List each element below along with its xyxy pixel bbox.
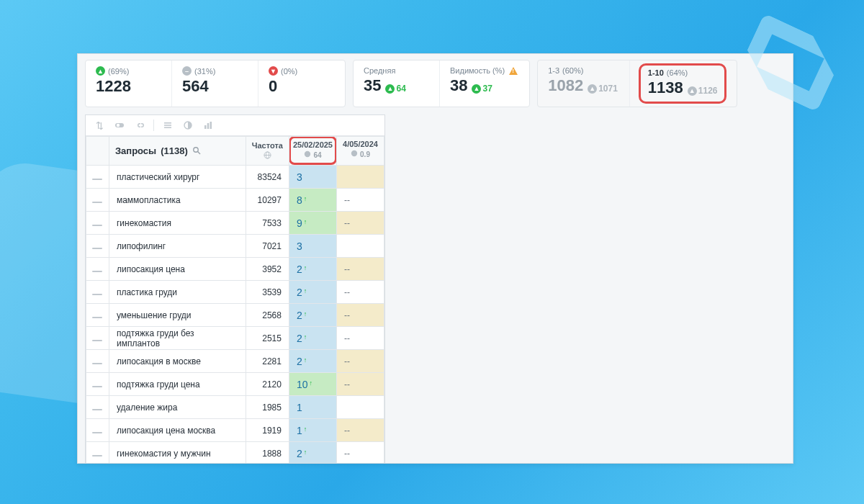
drag-handle[interactable] <box>86 304 109 327</box>
app-panel: ▲ (69%) 1228 – (31%) 564 ▼ (0%) 0 <box>77 53 793 464</box>
col-queries[interactable]: Запросы (1138) <box>109 137 246 166</box>
freq-label: Частота <box>252 141 283 150</box>
table-row[interactable]: гинекомастия75339↑-- <box>86 212 384 235</box>
query-cell[interactable]: маммопластика <box>109 189 246 212</box>
frequency-cell: 1888 <box>246 442 289 464</box>
table-row[interactable]: подтяжка груди цена212010↑-- <box>86 373 384 396</box>
stat-group-ranges: 1-3 (60%) 1082 ▲ 1071 1-10 (64%) <box>537 60 737 107</box>
rank-up-icon: ↑ <box>304 449 307 456</box>
table-row[interactable]: пластический хирург835243 <box>86 166 384 189</box>
arrow-up-icon: ▲ <box>688 86 697 96</box>
drag-handle[interactable] <box>86 442 109 464</box>
query-cell[interactable]: подтяжка груди цена <box>109 373 246 396</box>
rank-up-icon: ↑ <box>304 218 307 225</box>
col-date-previous[interactable]: 4/05/2024 0.9 <box>337 137 384 166</box>
drag-handle[interactable] <box>86 189 109 212</box>
date2-sub: 0.9 <box>360 150 370 158</box>
table-row[interactable]: липосакция цена москва19191↑-- <box>86 419 384 442</box>
prev-rank-cell: -- <box>337 304 384 327</box>
table-row[interactable]: липофилинг70213 <box>86 235 384 258</box>
stat-group-movement: ▲ (69%) 1228 – (31%) 564 ▼ (0%) 0 <box>85 60 346 107</box>
stat-down[interactable]: ▼ (0%) 0 <box>258 60 345 107</box>
stat-same-pct: (31%) <box>194 67 215 76</box>
rank-up-icon: ↑ <box>304 333 307 341</box>
frequency-cell: 10297 <box>246 189 289 212</box>
rank-cell: 8↑ <box>289 189 336 212</box>
drag-handle[interactable] <box>86 373 109 396</box>
frequency-cell: 7533 <box>246 212 289 235</box>
stat-r13-prev: 1071 <box>598 84 618 94</box>
col-handle <box>86 137 109 166</box>
contrast-icon[interactable] <box>181 120 194 131</box>
stat-vis-delta: 37 <box>482 84 492 94</box>
frequency-cell: 1985 <box>246 396 289 419</box>
query-cell[interactable]: удаление жира <box>109 396 246 419</box>
stat-avg[interactable]: Средняя 35 ▲ 64 <box>354 60 440 107</box>
rank-up-icon: ↑ <box>304 310 307 318</box>
frequency-cell: 2120 <box>246 373 289 396</box>
stat-r13-pct: (60%) <box>562 66 583 75</box>
stat-r110-pct: (64%) <box>667 68 688 77</box>
table-row[interactable]: липосакция в москве22812↑-- <box>86 350 384 373</box>
prev-rank-cell: -- <box>337 419 384 442</box>
table-row[interactable]: маммопластика102978↑-- <box>86 189 384 212</box>
rank-up-icon: ↑ <box>304 287 307 294</box>
query-cell[interactable]: гинекомастия <box>109 212 246 235</box>
drag-handle[interactable] <box>86 350 109 373</box>
svg-point-9 <box>194 147 198 151</box>
table-row[interactable]: подтяжка груди без имплантов25152↑-- <box>86 327 384 350</box>
query-cell[interactable]: липосакция цена москва <box>109 419 246 442</box>
frequency-cell: 3952 <box>246 258 289 281</box>
search-icon[interactable] <box>192 146 201 156</box>
query-cell[interactable]: липофилинг <box>109 235 246 258</box>
table-row[interactable]: пластика груди35392↑-- <box>86 281 384 304</box>
col-frequency[interactable]: Частота <box>246 137 289 166</box>
stat-vis-value: 38 <box>450 76 467 95</box>
globe-icon <box>264 152 271 161</box>
col-date-current[interactable]: 25/02/2025 64 <box>289 137 336 166</box>
toggle-icon[interactable] <box>113 120 126 131</box>
stat-up-pct: (69%) <box>108 67 129 76</box>
svg-rect-8 <box>210 122 212 129</box>
drag-handle[interactable] <box>86 212 109 235</box>
highlight-frame: 1-10 (64%) 1138 ▲ 1126 <box>639 63 727 104</box>
query-cell[interactable]: подтяжка груди без имплантов <box>109 327 246 350</box>
globe-icon <box>351 150 358 158</box>
link-icon[interactable] <box>133 120 146 131</box>
stat-avg-label: Средняя <box>364 66 395 75</box>
drag-handle[interactable] <box>86 419 109 442</box>
arrow-down-icon: ▼ <box>269 66 278 76</box>
prev-rank-cell: -- <box>337 281 384 304</box>
stat-down-value: 0 <box>269 77 333 96</box>
query-cell[interactable]: уменьшение груди <box>109 304 246 327</box>
prev-rank-cell <box>337 396 384 419</box>
stat-range-1-10[interactable]: 1-10 (64%) 1138 ▲ 1126 <box>630 60 737 107</box>
drag-handle[interactable] <box>86 327 109 350</box>
stat-visibility[interactable]: Видимость (%) 38 ▲ 37 <box>440 60 529 107</box>
query-cell[interactable]: липосакция в москве <box>109 350 246 373</box>
chart-icon[interactable] <box>202 120 215 131</box>
prev-rank-cell: -- <box>337 212 384 235</box>
query-cell[interactable]: липосакция цена <box>109 258 246 281</box>
arrow-up-icon: ▲ <box>472 84 481 94</box>
svg-rect-7 <box>207 123 210 129</box>
drag-handle[interactable] <box>86 396 109 419</box>
sort-icon[interactable]: ⇅ <box>93 120 106 131</box>
query-cell[interactable]: пластический хирург <box>109 166 246 189</box>
table-row[interactable]: липосакция цена39522↑-- <box>86 258 384 281</box>
rank-up-icon: ↑ <box>304 264 307 271</box>
list-icon[interactable] <box>161 120 174 131</box>
table-row[interactable]: уменьшение груди25682↑-- <box>86 304 384 327</box>
drag-handle[interactable] <box>86 166 109 189</box>
table-row[interactable]: удаление жира19851 <box>86 396 384 419</box>
drag-handle[interactable] <box>86 235 109 258</box>
date2: 4/05/2024 <box>340 140 381 148</box>
stat-range-1-3[interactable]: 1-3 (60%) 1082 ▲ 1071 <box>538 60 630 107</box>
stat-same[interactable]: – (31%) 564 <box>172 60 258 107</box>
query-cell[interactable]: пластика груди <box>109 281 246 304</box>
stat-up[interactable]: ▲ (69%) 1228 <box>86 60 172 107</box>
table-row[interactable]: гинекомастия у мужчин18882↑-- <box>86 442 384 464</box>
drag-handle[interactable] <box>86 258 109 281</box>
query-cell[interactable]: гинекомастия у мужчин <box>109 442 246 464</box>
drag-handle[interactable] <box>86 281 109 304</box>
